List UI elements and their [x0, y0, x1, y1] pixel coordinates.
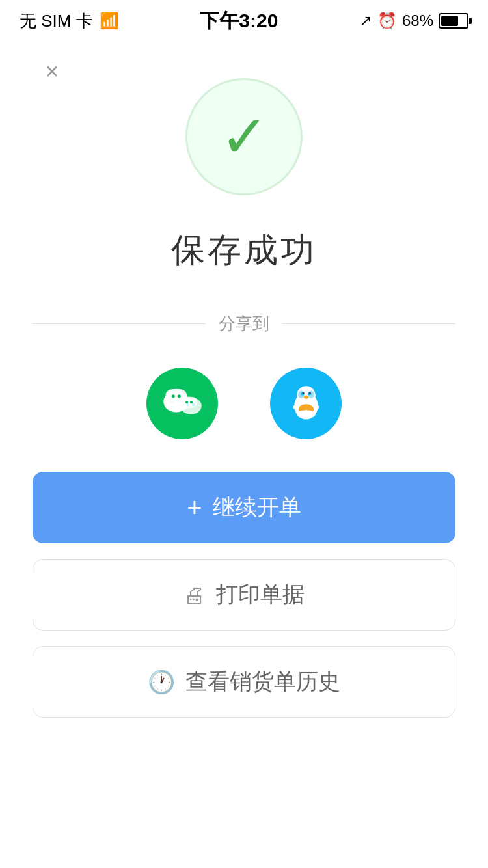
status-bar: 无 SIM 卡 📶 下午3:20 ↗ ⏰ 68%: [0, 0, 488, 39]
qq-icon: [285, 383, 327, 425]
close-icon: ×: [45, 60, 59, 83]
svg-point-19: [293, 405, 299, 409]
action-buttons: + 继续开单 🖨 打印单据 🕐 查看销货单历史: [0, 472, 488, 718]
svg-point-9: [189, 400, 193, 403]
status-time: 下午3:20: [200, 8, 278, 34]
share-divider: 分享到: [33, 312, 455, 335]
svg-point-6: [171, 394, 174, 398]
sim-status: 无 SIM 卡: [20, 10, 93, 33]
wifi-icon: 📶: [100, 12, 119, 30]
battery-icon: [439, 13, 468, 29]
divider-line-left: [33, 323, 206, 324]
success-icon-circle: ✓: [185, 78, 303, 195]
wechat-share-button[interactable]: [146, 368, 218, 439]
history-button-label: 查看销货单历史: [185, 667, 340, 697]
print-button-label: 打印单据: [216, 580, 305, 610]
print-icon: 🖨: [183, 582, 206, 608]
status-left: 无 SIM 卡 📶: [20, 10, 119, 33]
share-label: 分享到: [219, 312, 269, 335]
svg-point-20: [313, 405, 319, 409]
svg-point-8: [185, 400, 188, 403]
main-content: ✓ 保存成功 分享到: [0, 39, 488, 718]
share-icons: [33, 368, 455, 439]
history-icon: 🕐: [148, 669, 175, 695]
continue-button-label: 继续开单: [213, 493, 301, 522]
battery-percentage: 68%: [402, 12, 433, 30]
status-right: ↗ ⏰ 68%: [359, 12, 468, 30]
close-button[interactable]: ×: [33, 52, 72, 91]
divider-line-right: [282, 323, 455, 324]
svg-point-17: [309, 392, 311, 394]
wechat-icon: [161, 383, 204, 425]
checkmark-icon: ✓: [220, 107, 269, 166]
svg-point-22: [303, 395, 308, 398]
qq-share-button[interactable]: [270, 368, 342, 439]
location-icon: ↗: [359, 12, 372, 30]
print-button[interactable]: 🖨 打印单据: [33, 559, 455, 631]
history-button[interactable]: 🕐 查看销货单历史: [33, 646, 455, 718]
success-title: 保存成功: [171, 228, 317, 273]
svg-point-7: [177, 394, 180, 398]
plus-icon: +: [187, 495, 202, 521]
share-section: 分享到: [0, 312, 488, 439]
alarm-icon: ⏰: [377, 12, 397, 30]
svg-point-21: [297, 410, 316, 418]
svg-point-16: [302, 392, 304, 394]
continue-button[interactable]: + 继续开单: [33, 472, 455, 543]
